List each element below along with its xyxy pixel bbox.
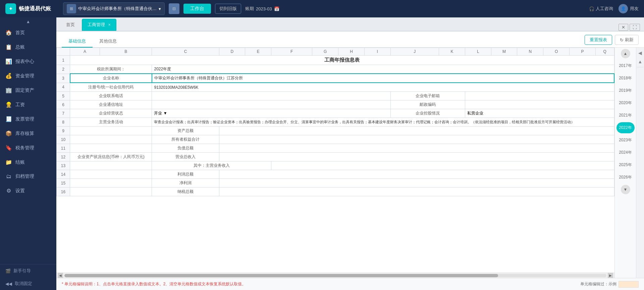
user-area[interactable]: 👤 用友 <box>619 4 639 13</box>
year-item-2022[interactable]: 2022年 <box>616 122 635 133</box>
table-row: 7 企业经营状态 开业 ▼ 企业控股情况 私营企业 <box>57 109 614 118</box>
cell-biz-activity-label: 主营业务活动 <box>70 118 152 127</box>
year-item-2017[interactable]: 2017年 <box>616 60 635 71</box>
sidebar-item-inventory[interactable]: 📦 库存核算 <box>0 126 56 141</box>
reset-report-button[interactable]: 重置报表 <box>585 35 612 45</box>
table-row: 14 利润总额 <box>57 170 614 179</box>
cell-shareholding-value[interactable]: 私营企业 <box>465 109 614 118</box>
panel-expand-button[interactable]: ▲ <box>637 58 644 65</box>
sidebar-item-salary[interactable]: 👷 工资 <box>0 97 56 112</box>
tab-home[interactable]: 首页 <box>60 19 80 31</box>
company-copy-icon[interactable]: ⊟ <box>169 3 179 14</box>
cell-biz-activity-value[interactable]: 审查企业会计报表；出具审计报告；验证企业资本；出具验资报告；办理企业合开、分立、… <box>152 118 614 127</box>
support-button[interactable]: 🎧 人工咨询 <box>589 6 613 12</box>
sidebar-item-label: 工资 <box>15 102 25 108</box>
settings-icon: ⚙ <box>5 188 12 194</box>
close-button[interactable]: ✕ <box>619 24 628 31</box>
table-row: 8 主营业务活动 审查企业会计报表；出具审计报告；验证企业资本；出具验资报告；办… <box>57 118 614 127</box>
scroll-right-button[interactable]: ▶ <box>608 273 613 278</box>
year-item-2019[interactable]: 2019年 <box>616 85 635 96</box>
sub-tab-other-info[interactable]: 其他信息 <box>93 35 123 48</box>
panel-collapse-button[interactable]: ◀ <box>637 50 644 56</box>
sidebar-item-label: 总账 <box>15 44 25 50</box>
year-item-2026[interactable]: 2026年 <box>616 172 635 183</box>
company-name: 中审众环会计师事务所（特殊普通合伙… <box>78 6 157 12</box>
example-box <box>619 281 639 288</box>
sidebar-item-new-guide[interactable]: 🎬 新手引导 <box>0 265 56 277</box>
cell-total-tax-value[interactable] <box>219 188 614 196</box>
sidebar-item-settings[interactable]: ⚙ 设置 <box>0 184 56 198</box>
calendar-icon[interactable]: 📅 <box>274 6 279 11</box>
sidebar-item-close[interactable]: 📁 结账 <box>0 155 56 169</box>
cell-biz-status-value[interactable]: 开业 ▼ <box>152 109 390 118</box>
tab-close-icon[interactable]: × <box>108 22 111 27</box>
cell-postal-value[interactable] <box>465 100 614 109</box>
tab-business-mgmt[interactable]: 工商管理 × <box>82 19 116 31</box>
period-area: 账期 2023-03 📅 <box>245 6 279 12</box>
year-item-2025[interactable]: 2025年 <box>616 159 635 170</box>
sidebar-item-archive[interactable]: 🗂 归档管理 <box>0 169 56 184</box>
cell-equity-value[interactable] <box>219 135 614 144</box>
expand-button[interactable]: ⛶ <box>630 24 640 31</box>
sidebar-item-unpin[interactable]: ◀◀ 取消固定 <box>0 277 56 290</box>
cell-total-tax-label: 纳税总额 <box>152 188 219 196</box>
company-selector[interactable]: ⊞ 中审众环会计师事务所（特殊普通合伙… ▾ <box>63 2 165 15</box>
sidebar-item-fixed-assets[interactable]: 🏢 固定资产 <box>0 83 56 97</box>
sidebar-item-reports[interactable]: 📊 报表中心 <box>0 54 56 69</box>
cell-liabilities-label: 负债总额 <box>152 144 219 153</box>
cell-email-value[interactable] <box>465 92 614 100</box>
period-value: 2023-03 <box>256 6 272 11</box>
status-example: 单元格编辑过：示例 <box>580 281 639 288</box>
cell-reg-num-value[interactable]: 91320100MA208E5W6K <box>152 83 614 92</box>
logo-area: ✦ 畅捷通易代账 <box>5 3 59 14</box>
old-version-button[interactable]: 切到旧版 <box>215 4 241 14</box>
year-scroll-down[interactable]: ▼ <box>621 185 630 194</box>
sidebar-item-label: 首页 <box>15 30 25 36</box>
table-row: 5 企业联系电话 企业电子邮箱 <box>57 92 614 100</box>
spreadsheet-container[interactable]: A B C D E F G H I J <box>56 48 614 273</box>
workbench-button[interactable]: 工作台 <box>183 4 211 14</box>
scroll-left-button[interactable]: ◀ <box>58 273 63 278</box>
cell-total-assets-value[interactable] <box>219 127 614 135</box>
year-scroll-up[interactable]: ▲ <box>621 49 630 58</box>
cell-empty-13 <box>70 161 152 170</box>
cell-period-value[interactable]: 2022年度 <box>152 65 614 74</box>
cell-total-revenue-label: 营业总收入 <box>152 153 219 161</box>
cell-empty-10 <box>70 135 152 144</box>
year-item-2024[interactable]: 2024年 <box>616 147 635 158</box>
year-item-2020[interactable]: 2020年 <box>616 97 635 108</box>
row-number: 5 <box>57 92 70 100</box>
sidebar-item-tax[interactable]: 🔖 税务管理 <box>0 141 56 155</box>
table-row: 15 净利润 <box>57 179 614 188</box>
horizontal-scrollbar[interactable]: ◀ ▶ <box>56 273 614 278</box>
row-number: 8 <box>57 118 70 127</box>
row-number: 11 <box>57 144 70 153</box>
cell-net-profit-value[interactable] <box>219 179 614 188</box>
sidebar-item-invoice[interactable]: 🧾 发票管理 <box>0 112 56 126</box>
cell-main-revenue-value[interactable] <box>271 161 614 170</box>
logo-icon: ✦ <box>5 3 16 14</box>
cell-total-profit-value[interactable] <box>219 170 614 179</box>
cell-company-name-value[interactable]: 中审众环会计师事务所（特殊普通合伙）江苏分所 <box>152 74 614 83</box>
refresh-button[interactable]: ↻ 刷新 <box>615 35 639 45</box>
cell-phone-label: 企业联系电话 <box>70 92 152 100</box>
tab-business-mgmt-label: 工商管理 <box>88 22 105 27</box>
sub-tab-basic-info[interactable]: 基础信息 <box>62 35 93 48</box>
cell-total-revenue-value[interactable] <box>219 153 614 161</box>
tabs-bar: 首页 工商管理 × ✕ ⛶ <box>56 17 644 31</box>
cell-address-value[interactable] <box>152 100 390 109</box>
sidebar-item-general-ledger[interactable]: 📋 总账 <box>0 40 56 54</box>
year-item-2023[interactable]: 2023年 <box>616 135 635 146</box>
year-item-2021[interactable]: 2021年 <box>616 110 635 121</box>
scroll-track[interactable] <box>64 274 606 277</box>
year-item-2018[interactable]: 2018年 <box>616 73 635 84</box>
cell-liabilities-value[interactable] <box>219 144 614 153</box>
column-headers: A B C D E F G H I J <box>57 48 614 56</box>
sidebar-scroll-up[interactable]: ▲ <box>0 17 56 25</box>
sidebar-item-home[interactable]: 🏠 首页 <box>0 25 56 40</box>
fixed-assets-icon: 🏢 <box>5 87 12 93</box>
sidebar-item-fund[interactable]: 💰 资金管理 <box>0 69 56 83</box>
cell-phone-value[interactable] <box>152 92 390 100</box>
salary-icon: 👷 <box>5 101 12 108</box>
row-number: 16 <box>57 188 70 196</box>
